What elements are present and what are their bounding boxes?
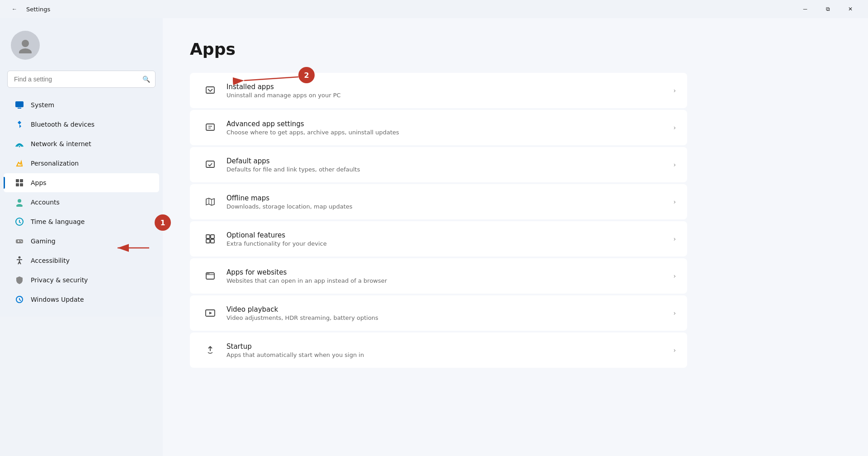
svg-point-4	[19, 146, 20, 147]
installed-apps-desc: Uninstall and manage apps on your PC	[226, 92, 668, 99]
settings-list: Installed appsUninstall and manage apps …	[190, 73, 687, 368]
personalization-nav-label: Personalization	[31, 160, 79, 167]
installed-apps-icon	[201, 81, 219, 100]
privacy-nav-icon	[14, 275, 24, 285]
sidebar-item-personalization[interactable]: Personalization	[4, 154, 159, 173]
sidebar-item-network[interactable]: Network & internet	[4, 134, 159, 153]
offline-maps-chevron-icon: ›	[673, 198, 676, 205]
svg-rect-19	[206, 87, 214, 93]
apps-for-websites-text: Apps for websitesWebsites that can open …	[219, 268, 668, 284]
optional-features-title: Optional features	[226, 231, 668, 239]
titlebar-title: Settings	[26, 6, 50, 13]
default-apps-text: Default appsDefaults for file and link t…	[219, 157, 668, 173]
startup-chevron-icon: ›	[673, 347, 676, 354]
svg-point-14	[21, 241, 22, 242]
accounts-nav-label: Accounts	[31, 199, 60, 206]
startup-text: StartupApps that automatically start whe…	[219, 342, 668, 358]
video-playback-text: Video playbackVideo adjustments, HDR str…	[219, 305, 668, 321]
sidebar-item-system[interactable]: System	[4, 95, 159, 114]
sidebar-item-time[interactable]: Time & language	[4, 212, 159, 231]
sidebar-item-apps[interactable]: Apps	[4, 173, 159, 192]
svg-point-0	[22, 40, 29, 47]
avatar[interactable]	[11, 31, 40, 60]
network-nav-icon	[14, 139, 24, 149]
installed-apps-chevron-icon: ›	[673, 87, 676, 94]
settings-item-optional-features[interactable]: Optional featuresExtra functionality for…	[190, 221, 687, 256]
settings-item-advanced-app-settings[interactable]: Advanced app settingsChoose where to get…	[190, 110, 687, 145]
apps-for-websites-chevron-icon: ›	[673, 272, 676, 280]
svg-rect-7	[16, 183, 19, 186]
sidebar-wrapper: 🔍 SystemBluetooth & devicesNetwork & int…	[0, 18, 163, 456]
svg-rect-25	[211, 239, 214, 243]
search-box: 🔍	[7, 71, 156, 88]
svg-rect-21	[206, 161, 214, 167]
svg-point-28	[208, 273, 209, 274]
svg-rect-20	[206, 124, 214, 130]
svg-point-1	[19, 48, 32, 53]
settings-item-startup[interactable]: StartupApps that automatically start whe…	[190, 332, 687, 368]
main-content: Apps Installed appsUninstall and manage …	[163, 18, 868, 456]
video-playback-desc: Video adjustments, HDR streaming, batter…	[226, 314, 668, 321]
sidebar-item-privacy[interactable]: Privacy & security	[4, 271, 159, 290]
system-nav-icon	[14, 100, 24, 110]
sidebar-item-accessibility[interactable]: Accessibility	[4, 251, 159, 270]
svg-point-27	[207, 273, 208, 274]
svg-rect-8	[20, 183, 23, 186]
optional-features-chevron-icon: ›	[673, 235, 676, 242]
offline-maps-icon	[201, 193, 219, 211]
sidebar-item-windows-update[interactable]: Windows Update	[4, 290, 159, 309]
video-playback-icon	[201, 304, 219, 322]
page-title: Apps	[190, 40, 832, 58]
windows-update-nav-label: Windows Update	[31, 296, 84, 303]
advanced-app-settings-title: Advanced app settings	[226, 120, 668, 128]
titlebar: ← Settings ─ ⧉ ✕	[0, 0, 868, 18]
personalization-nav-icon	[14, 158, 24, 168]
advanced-app-settings-chevron-icon: ›	[673, 124, 676, 131]
settings-item-video-playback[interactable]: Video playbackVideo adjustments, HDR str…	[190, 295, 687, 331]
accounts-nav-icon	[14, 197, 24, 207]
windows-update-nav-icon	[14, 294, 24, 304]
settings-item-default-apps[interactable]: Default appsDefaults for file and link t…	[190, 147, 687, 182]
close-button[interactable]: ✕	[840, 2, 861, 16]
apps-nav-icon	[14, 178, 24, 188]
installed-apps-text: Installed appsUninstall and manage apps …	[219, 83, 668, 99]
default-apps-desc: Defaults for file and link types, other …	[226, 166, 668, 173]
apps-for-websites-title: Apps for websites	[226, 268, 668, 276]
svg-rect-2	[15, 101, 24, 107]
advanced-app-settings-icon	[201, 119, 219, 137]
svg-rect-23	[211, 235, 214, 238]
startup-desc: Apps that automatically start when you s…	[226, 352, 668, 358]
offline-maps-text: Offline mapsDownloads, storage location,…	[219, 194, 668, 210]
sidebar-item-gaming[interactable]: Gaming	[4, 232, 159, 251]
time-nav-icon	[14, 217, 24, 227]
search-input[interactable]	[7, 71, 156, 88]
optional-features-desc: Extra functionality for your device	[226, 240, 668, 247]
default-apps-chevron-icon: ›	[673, 161, 676, 168]
time-nav-label: Time & language	[31, 218, 85, 225]
svg-point-13	[20, 241, 21, 242]
maximize-button[interactable]: ⧉	[817, 2, 838, 16]
sidebar-item-accounts[interactable]: Accounts	[4, 193, 159, 212]
startup-icon	[201, 341, 219, 359]
settings-item-apps-for-websites[interactable]: Apps for websitesWebsites that can open …	[190, 258, 687, 294]
system-nav-label: System	[31, 101, 54, 109]
sidebar-item-bluetooth[interactable]: Bluetooth & devices	[4, 115, 159, 134]
apps-for-websites-icon	[201, 267, 219, 285]
default-apps-icon	[201, 156, 219, 174]
gaming-nav-label: Gaming	[31, 238, 56, 245]
optional-features-icon	[201, 230, 219, 248]
default-apps-title: Default apps	[226, 157, 668, 165]
minimize-button[interactable]: ─	[795, 2, 816, 16]
main-wrapper: Apps Installed appsUninstall and manage …	[163, 18, 868, 456]
back-button[interactable]: ←	[7, 2, 22, 16]
bluetooth-nav-icon	[14, 119, 24, 129]
settings-item-offline-maps[interactable]: Offline mapsDownloads, storage location,…	[190, 184, 687, 219]
search-icon: 🔍	[142, 76, 150, 83]
svg-rect-22	[206, 235, 210, 238]
apps-for-websites-desc: Websites that can open in an app instead…	[226, 277, 668, 284]
offline-maps-desc: Downloads, storage location, map updates	[226, 203, 668, 210]
svg-rect-24	[206, 239, 210, 243]
sidebar: 🔍 SystemBluetooth & devicesNetwork & int…	[0, 18, 163, 317]
settings-item-installed-apps[interactable]: Installed appsUninstall and manage apps …	[190, 73, 687, 108]
titlebar-left: ← Settings	[7, 2, 50, 16]
